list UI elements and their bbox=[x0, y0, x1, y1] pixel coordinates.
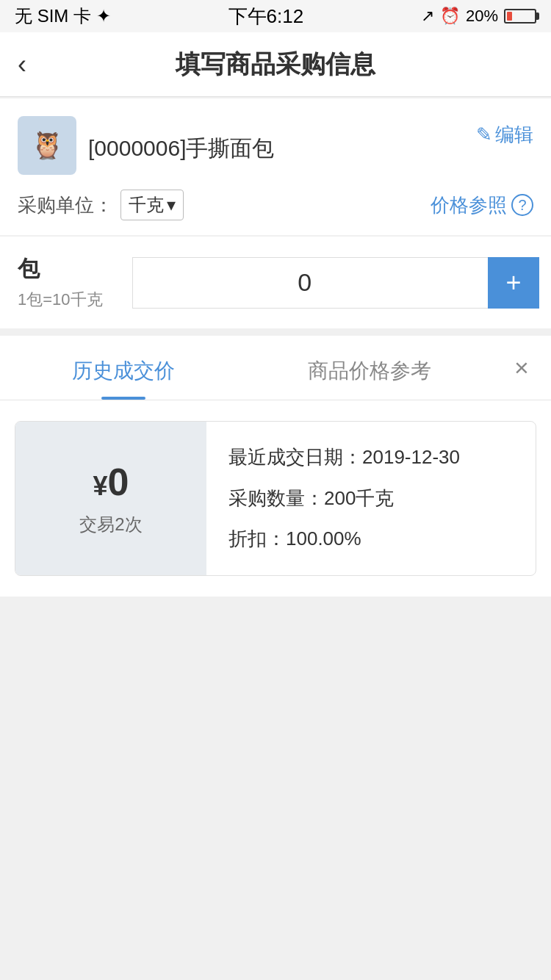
signal-text: 无 SIM 卡 ✦ bbox=[15, 4, 111, 28]
quantity-conversion: 1包=10千克 bbox=[18, 289, 103, 311]
alarm-icon: ⏰ bbox=[440, 7, 460, 26]
qty-label: 采购数量： bbox=[228, 487, 324, 509]
battery-fill bbox=[507, 12, 512, 21]
product-thumbnail: 🦉 bbox=[18, 116, 76, 175]
status-left: 无 SIM 卡 ✦ bbox=[15, 4, 111, 28]
product-header: 🦉 [0000006]手撕面包 ✎ 编辑 bbox=[18, 116, 533, 175]
discount-value: 100.00% bbox=[286, 527, 361, 550]
tab-product-price-reference[interactable]: 商品价格参考 bbox=[246, 336, 492, 400]
price-amount: ¥0 bbox=[93, 460, 129, 504]
unit-label: 采购单位： bbox=[18, 192, 113, 218]
nav-bar: ‹ 填写商品采购信息 bbox=[0, 32, 551, 97]
price-number: 0 bbox=[108, 461, 129, 503]
price-detail-date: 最近成交日期：2019-12-30 bbox=[228, 442, 514, 473]
bottom-area bbox=[0, 597, 551, 980]
unit-select-dropdown[interactable]: 千克 ▾ bbox=[120, 190, 184, 220]
tabs-close-button[interactable]: × bbox=[492, 336, 551, 400]
tab-history-label: 历史成交价 bbox=[72, 359, 175, 382]
quantity-unit-name: 包 bbox=[18, 254, 103, 284]
tabs-section: 历史成交价 商品价格参考 × ¥0 交易2次 最近成交日期：2019-12-30… bbox=[0, 336, 551, 597]
status-time: 下午6:12 bbox=[228, 4, 304, 29]
battery-percent: 20% bbox=[466, 7, 498, 26]
date-label: 最近成交日期： bbox=[228, 446, 362, 468]
page-title: 填写商品采购信息 bbox=[176, 48, 375, 82]
unit-left: 采购单位： 千克 ▾ bbox=[18, 190, 184, 220]
price-ref-help-icon: ? bbox=[511, 194, 533, 216]
quantity-input[interactable] bbox=[132, 257, 488, 309]
quantity-label-area: 包 1包=10千克 bbox=[0, 237, 120, 328]
back-button[interactable]: ‹ bbox=[18, 49, 26, 80]
status-bar: 无 SIM 卡 ✦ 下午6:12 ↗ ⏰ 20% bbox=[0, 0, 551, 32]
discount-label: 折扣： bbox=[228, 527, 286, 550]
transaction-count: 交易2次 bbox=[79, 513, 142, 536]
price-detail-quantity: 采购数量：200千克 bbox=[228, 483, 514, 514]
tab-reference-label: 商品价格参考 bbox=[308, 359, 431, 382]
price-detail-discount: 折扣：100.00% bbox=[228, 524, 514, 555]
product-name: [0000006]手撕面包 bbox=[88, 127, 274, 164]
quantity-plus-button[interactable]: + bbox=[488, 257, 539, 309]
currency-symbol: ¥ bbox=[93, 471, 108, 501]
qty-value: 200千克 bbox=[324, 487, 394, 509]
product-thumb-icon: 🦉 bbox=[31, 130, 64, 161]
tabs-header: 历史成交价 商品价格参考 × bbox=[0, 336, 551, 400]
price-card-right: 最近成交日期：2019-12-30 采购数量：200千克 折扣：100.00% bbox=[206, 422, 536, 575]
battery-icon bbox=[504, 9, 536, 24]
quantity-input-area: + bbox=[120, 237, 551, 328]
edit-button[interactable]: ✎ 编辑 bbox=[476, 116, 533, 148]
price-card-area: ¥0 交易2次 最近成交日期：2019-12-30 采购数量：200千克 折扣：… bbox=[0, 400, 551, 597]
tab-history-price[interactable]: 历史成交价 bbox=[0, 336, 246, 400]
unit-value: 千克 bbox=[129, 193, 164, 217]
date-value: 2019-12-30 bbox=[362, 446, 460, 468]
price-ref-label: 价格参照 bbox=[431, 192, 507, 218]
product-left: 🦉 [0000006]手撕面包 bbox=[18, 116, 274, 175]
quantity-section: 包 1包=10千克 + bbox=[0, 237, 551, 328]
status-right: ↗ ⏰ 20% bbox=[421, 7, 536, 26]
location-icon: ↗ bbox=[421, 7, 434, 26]
price-card: ¥0 交易2次 最近成交日期：2019-12-30 采购数量：200千克 折扣：… bbox=[15, 421, 536, 576]
price-reference-button[interactable]: 价格参照 ? bbox=[431, 192, 533, 218]
dropdown-arrow-icon: ▾ bbox=[167, 195, 176, 215]
price-card-left: ¥0 交易2次 bbox=[15, 422, 206, 575]
edit-label: 编辑 bbox=[495, 122, 533, 148]
edit-icon: ✎ bbox=[476, 123, 492, 146]
product-unit-row: 采购单位： 千克 ▾ 价格参照 ? bbox=[18, 190, 533, 220]
product-section: 🦉 [0000006]手撕面包 ✎ 编辑 采购单位： 千克 ▾ 价格参照 ? bbox=[0, 98, 551, 235]
